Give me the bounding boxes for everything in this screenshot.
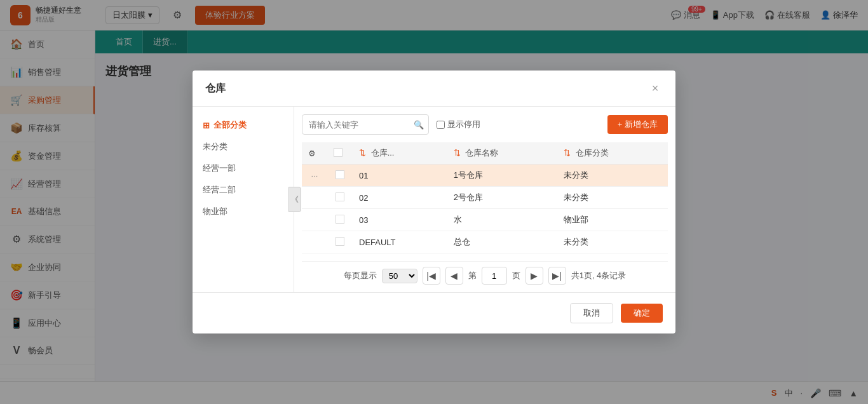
category-item-ops1[interactable]: 经营一部 xyxy=(193,158,294,179)
total-info: 共1页, 4条记录 xyxy=(571,270,627,281)
page-last-btn[interactable]: ▶| xyxy=(548,267,566,285)
per-page-select[interactable]: 50 100 xyxy=(382,269,417,283)
modal-overlay: 仓库 × ⊞ 全部分类 未分类 经营一部 经营二部 物业部 《 xyxy=(0,0,868,404)
row-check-3 xyxy=(327,231,353,253)
modal-close-btn[interactable]: × xyxy=(648,81,663,96)
page-end-text: 页 xyxy=(512,270,520,281)
page-number-input[interactable] xyxy=(482,267,507,285)
row-check-0 xyxy=(327,165,353,187)
row-num-0: 01 xyxy=(353,165,447,187)
table-row[interactable]: DEFAULT 总仓 未分类 xyxy=(302,231,668,253)
table-head: ⚙ ⇅ 仓库... ⇅ 仓库名称 xyxy=(302,142,668,165)
category-sidebar: ⊞ 全部分类 未分类 经营一部 经营二部 物业部 《 xyxy=(193,107,294,292)
page-first-btn[interactable]: |◀ xyxy=(423,267,440,285)
category-item-property[interactable]: 物业部 xyxy=(193,201,294,222)
add-warehouse-btn[interactable]: + 新增仓库 xyxy=(607,115,668,134)
table-body: ··· 01 1号仓库 未分类 02 2号仓库 未分类 xyxy=(302,165,668,253)
table-row[interactable]: 03 水 物业部 xyxy=(302,209,668,231)
row-actions-3 xyxy=(302,231,327,253)
grid-icon: ⊞ xyxy=(203,121,210,130)
th-settings: ⚙ xyxy=(302,142,327,165)
row-category-2: 物业部 xyxy=(557,209,668,231)
confirm-btn[interactable]: 确定 xyxy=(621,304,663,323)
row-checkbox-0[interactable] xyxy=(336,170,344,179)
row-num-3: DEFAULT xyxy=(353,231,447,253)
row-name-3: 总仓 xyxy=(447,231,558,253)
select-all-checkbox[interactable] xyxy=(334,148,342,157)
category-item-unclassified[interactable]: 未分类 xyxy=(193,136,294,158)
row-actions-2 xyxy=(302,209,327,231)
search-wrap: 🔍 xyxy=(302,114,429,135)
table-header-row: ⚙ ⇅ 仓库... ⇅ 仓库名称 xyxy=(302,142,668,165)
modal-title: 仓库 xyxy=(205,82,226,95)
row-checkbox-3[interactable] xyxy=(336,237,344,246)
row-more-icon[interactable]: ··· xyxy=(311,171,318,180)
row-category-3: 未分类 xyxy=(557,231,668,253)
category-all[interactable]: ⊞ 全部分类 xyxy=(193,114,294,136)
show-disabled-checkbox[interactable] xyxy=(437,121,445,129)
table-toolbar: 🔍 显示停用 + 新增仓库 xyxy=(302,114,668,135)
warehouse-modal: 仓库 × ⊞ 全部分类 未分类 经营一部 经营二部 物业部 《 xyxy=(193,71,675,333)
page-text: 第 xyxy=(468,270,477,281)
row-name-2: 水 xyxy=(447,209,558,231)
page-prev-btn[interactable]: ◀ xyxy=(445,267,463,285)
search-icon[interactable]: 🔍 xyxy=(414,120,424,130)
per-page-label: 每页显示 xyxy=(344,270,377,281)
row-num-1: 02 xyxy=(353,187,447,209)
cancel-btn[interactable]: 取消 xyxy=(570,303,613,323)
table-row[interactable]: 02 2号仓库 未分类 xyxy=(302,187,668,209)
sort-code-icon: ⇅ xyxy=(359,148,366,158)
row-name-1: 2号仓库 xyxy=(447,187,558,209)
th-name: ⇅ 仓库名称 xyxy=(447,142,558,165)
th-category: ⇅ 仓库分类 xyxy=(557,142,668,165)
row-category-0: 未分类 xyxy=(557,165,668,187)
table-area: 🔍 显示停用 + 新增仓库 ⚙ xyxy=(294,107,675,292)
cat-collapse-btn[interactable]: 《 xyxy=(288,187,301,212)
sort-name-icon: ⇅ xyxy=(454,148,461,158)
row-actions-1 xyxy=(302,187,327,209)
row-actions-0: ··· xyxy=(302,165,327,187)
show-disabled-toggle[interactable]: 显示停用 xyxy=(437,119,480,130)
row-category-1: 未分类 xyxy=(557,187,668,209)
row-name-0: 1号仓库 xyxy=(447,165,558,187)
all-category-label: 全部分类 xyxy=(214,119,247,131)
row-check-2 xyxy=(327,209,353,231)
th-code: ⇅ 仓库... xyxy=(353,142,447,165)
row-num-2: 03 xyxy=(353,209,447,231)
sort-category-icon: ⇅ xyxy=(564,148,571,158)
modal-body: ⊞ 全部分类 未分类 经营一部 经营二部 物业部 《 🔍 xyxy=(193,107,675,292)
th-checkbox xyxy=(327,142,353,165)
search-input[interactable] xyxy=(302,114,429,135)
modal-footer: 取消 确定 xyxy=(193,292,675,333)
table-row[interactable]: ··· 01 1号仓库 未分类 xyxy=(302,165,668,187)
pagination: 每页显示 50 100 |◀ ◀ 第 页 ▶ ▶| 共1页, 4条记录 xyxy=(302,261,668,285)
category-item-ops2[interactable]: 经营二部 xyxy=(193,179,294,201)
warehouse-table: ⚙ ⇅ 仓库... ⇅ 仓库名称 xyxy=(302,142,668,253)
row-checkbox-1[interactable] xyxy=(336,192,344,201)
page-next-btn[interactable]: ▶ xyxy=(526,267,543,285)
row-check-1 xyxy=(327,187,353,209)
row-checkbox-2[interactable] xyxy=(336,215,344,224)
show-disabled-label: 显示停用 xyxy=(447,119,480,130)
modal-header: 仓库 × xyxy=(193,71,675,107)
